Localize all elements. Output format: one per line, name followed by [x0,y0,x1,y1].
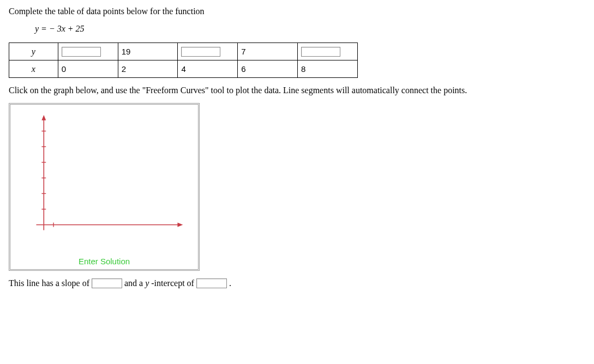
x-cell-0: 0 [58,60,118,78]
slope-intercept-sentence: This line has a slope of and a y-interce… [9,278,585,288]
y-variable-label: y [145,278,149,288]
y-axis-arrow-icon [41,115,46,120]
graph-panel: Enter Solution [9,103,200,271]
y-row-label: y [9,43,58,60]
y-cell-4 [298,43,358,60]
x-cell-3: 6 [238,60,298,78]
y-input-4[interactable] [301,47,340,57]
slope-text-part3: -intercept of [151,278,194,288]
graph-axes-svg [11,106,197,253]
y-cell-1: 19 [118,43,178,60]
y-cell-3: 7 [238,43,298,60]
y-input-2[interactable] [181,47,220,57]
x-cell-2: 4 [178,60,238,78]
x-cell-1: 2 [118,60,178,78]
graph-instruction-text: Click on the graph below, and use the "F… [9,86,585,95]
slope-text-part1: This line has a slope of [9,278,89,288]
x-axis-arrow-icon [177,223,183,227]
y-cell-0 [58,43,118,60]
slope-text-period: . [229,278,231,288]
y-input-0[interactable] [62,47,101,57]
enter-solution-button[interactable]: Enter Solution [11,253,197,268]
function-equation: y = − 3x + 25 [35,24,585,34]
data-points-table: y 19 7 x 0 2 4 6 8 [9,43,358,78]
table-row-x: x 0 2 4 6 8 [9,60,358,78]
slope-text-part2: and a [124,278,143,288]
graph-canvas[interactable] [11,106,197,253]
y-cell-2 [178,43,238,60]
instruction-text: Complete the table of data points below … [9,7,585,16]
table-row-y: y 19 7 [9,43,358,60]
slope-input[interactable] [92,278,122,288]
x-cell-4: 8 [298,60,358,78]
x-row-label: x [9,60,58,78]
y-intercept-input[interactable] [196,278,227,288]
